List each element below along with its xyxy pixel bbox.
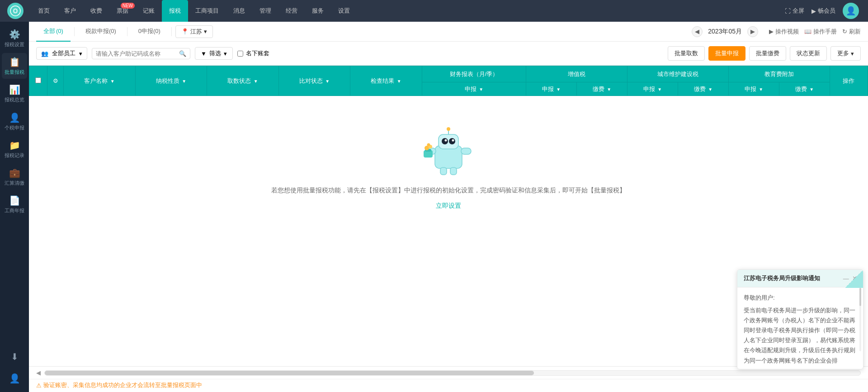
nav-item-tax[interactable]: 报税 [162, 0, 188, 22]
settings-icon[interactable]: ⚙ [53, 77, 58, 84]
svg-point-15 [427, 143, 430, 147]
fetch-sort-icon[interactable]: ▼ [254, 79, 258, 84]
nav-item-customer[interactable]: 客户 [57, 0, 83, 22]
nav-item-message[interactable]: 消息 [226, 0, 252, 22]
vat-pay-sort-icon[interactable]: ▼ [607, 87, 611, 92]
th-compare-status: 比对状态 ▼ [278, 66, 350, 96]
tax-records-icon: 📁 [9, 140, 20, 151]
region-selector[interactable]: 📍 江苏 ▾ [175, 25, 213, 38]
edu-declare-sort-icon[interactable]: ▼ [759, 87, 763, 92]
status-update-button[interactable]: 状态更新 [790, 46, 827, 61]
nav-item-operation[interactable]: 经营 [278, 0, 305, 22]
tax-summary-icon: 📊 [9, 84, 20, 95]
tab-all[interactable]: 全部(0) [36, 22, 71, 42]
filter-chevron-icon: ▾ [224, 50, 227, 57]
month-navigation: ◀ 2023年05月 ▶ [692, 26, 758, 37]
account-checkbox-label: 名下账套 [237, 49, 269, 57]
search-icon[interactable]: 🔍 [179, 50, 186, 57]
nav-item-bookkeeping[interactable]: 记账 [136, 0, 162, 22]
annual-report-icon: 📄 [9, 195, 20, 206]
video-icon: ▶ [769, 28, 774, 35]
th-tax-nature: 纳税性质 ▼ [135, 66, 207, 96]
edu-pay-sort-icon[interactable]: ▼ [809, 87, 814, 92]
nav-item-settings[interactable]: 设置 [331, 0, 357, 22]
employee-chevron-icon: ▾ [79, 50, 82, 57]
month-prev-button[interactable]: ◀ [692, 26, 703, 37]
batch-pay-button[interactable]: 批量缴费 [749, 46, 786, 61]
nav-item-home[interactable]: 首页 [31, 0, 57, 22]
svg-rect-16 [440, 167, 447, 175]
sidebar-item-settlement[interactable]: 💼 汇算清缴 [2, 164, 27, 190]
manual-icon: 📖 [804, 28, 811, 35]
search-input[interactable] [96, 50, 177, 57]
th-financial-declare: 申报 ▼ [422, 82, 526, 96]
svg-point-8 [447, 127, 450, 131]
sidebar-item-tax-settings[interactable]: ⚙️ 报税设置 [2, 25, 27, 51]
sidebar: ⚙️ 报税设置 📋 批量报税 📊 报税总览 👤 个税申报 📁 报税记录 💼 汇算… [0, 22, 29, 392]
select-all-checkbox[interactable] [35, 77, 41, 83]
member-icon: ▶ [811, 8, 816, 14]
notification-text: 尊敬的用户: [744, 293, 857, 303]
sidebar-item-personal-tax[interactable]: 👤 个税申报 [2, 109, 27, 134]
sidebar-item-annual-report[interactable]: 📄 工商年报 [2, 191, 27, 217]
nav-item-invoice[interactable]: 票据 NEW [109, 0, 136, 22]
tab-tax-declare[interactable]: 税款申报(0) [78, 22, 123, 42]
more-button[interactable]: 更多 ▾ [830, 46, 861, 61]
svg-point-5 [445, 139, 447, 142]
member-button[interactable]: ▶ 畅会员 [811, 7, 835, 15]
download-icon: ⬇ [11, 351, 19, 362]
tax-nature-sort-icon[interactable]: ▼ [182, 79, 186, 84]
check-sort-icon[interactable]: ▼ [397, 79, 401, 84]
video-action[interactable]: ▶ 操作视频 [769, 28, 799, 36]
refresh-action[interactable]: ↻ 刷新 [842, 28, 861, 36]
th-check-result: 检查结果 ▼ [350, 66, 422, 96]
month-next-button[interactable]: ▶ [747, 26, 758, 37]
robot-illustration [421, 123, 476, 177]
sidebar-item-tax-summary[interactable]: 📊 报税总览 [2, 81, 27, 106]
customer-sort-icon[interactable]: ▼ [110, 79, 115, 84]
user-avatar[interactable]: 👤 [843, 3, 859, 19]
tab-divider-1 [74, 27, 75, 36]
tax-settings-icon: ⚙️ [9, 29, 20, 40]
verify-tip-bar: ⚠ 验证账密、采集信息均成功的企业才会流转至批量报税页面中 [29, 379, 868, 392]
tab-zero-declare[interactable]: 0申报(0) [131, 22, 168, 42]
user-icon: 👤 [9, 373, 20, 384]
tab-bar: 全部(0) 税款申报(0) 0申报(0) 📍 江苏 ▾ ◀ 2023年05月 ▶ [29, 22, 868, 42]
notification-scrollbar[interactable] [859, 288, 861, 351]
sidebar-bottom: ⬇ 👤 [2, 348, 27, 392]
city-declare-sort-icon[interactable]: ▼ [657, 87, 662, 92]
horizontal-scrollbar[interactable] [44, 370, 861, 376]
th-education-surcharge: 教育费附加 [728, 66, 830, 82]
financial-declare-sort-icon[interactable]: ▼ [479, 87, 483, 92]
batch-declare-button[interactable]: 批量申报 [708, 46, 745, 61]
setup-link[interactable]: 立即设置 [436, 202, 461, 210]
nav-item-service[interactable]: 服务 [305, 0, 331, 22]
sidebar-user-button[interactable]: 👤 [2, 369, 27, 387]
th-city-declare: 申报 ▼ [627, 82, 678, 96]
app-logo[interactable] [5, 0, 26, 22]
svg-point-4 [449, 138, 455, 144]
region-icon: 📍 [181, 28, 189, 35]
nav-item-business[interactable]: 工商项目 [188, 0, 226, 22]
compare-sort-icon[interactable]: ▼ [325, 79, 330, 84]
vat-declare-sort-icon[interactable]: ▼ [556, 87, 561, 92]
tab-divider-2 [127, 27, 127, 36]
th-checkbox [29, 66, 47, 96]
sidebar-download-button[interactable]: ⬇ [2, 348, 27, 366]
sidebar-item-batch-tax[interactable]: 📋 批量报税 [2, 53, 27, 79]
personal-tax-icon: 👤 [9, 112, 20, 123]
data-table: ⚙ 客户名称 ▼ 纳税性质 ▼ 取数状态 ▼ [29, 66, 868, 96]
filter-button[interactable]: ▼ 筛选 ▾ [195, 47, 233, 60]
employee-selector[interactable]: 👥 全部员工 ▾ [36, 47, 87, 60]
sidebar-item-tax-records[interactable]: 📁 报税记录 [2, 136, 27, 162]
nav-item-manage[interactable]: 管理 [252, 0, 278, 22]
more-chevron-icon: ▾ [851, 50, 854, 57]
manual-action[interactable]: 📖 操作手册 [804, 28, 837, 36]
fullscreen-button[interactable]: ⛶ 全屏 [785, 7, 804, 15]
city-pay-sort-icon[interactable]: ▼ [708, 87, 712, 92]
nav-item-billing[interactable]: 收费 [83, 0, 109, 22]
account-checkbox[interactable] [237, 51, 243, 57]
th-edu-declare: 申报 ▼ [728, 82, 779, 96]
notification-body: 尊敬的用户: 受当前电子税务局进一步升级的影响，同一个政务网账号（办税人）名下的… [737, 287, 863, 369]
batch-fetch-button[interactable]: 批量取数 [668, 46, 705, 61]
